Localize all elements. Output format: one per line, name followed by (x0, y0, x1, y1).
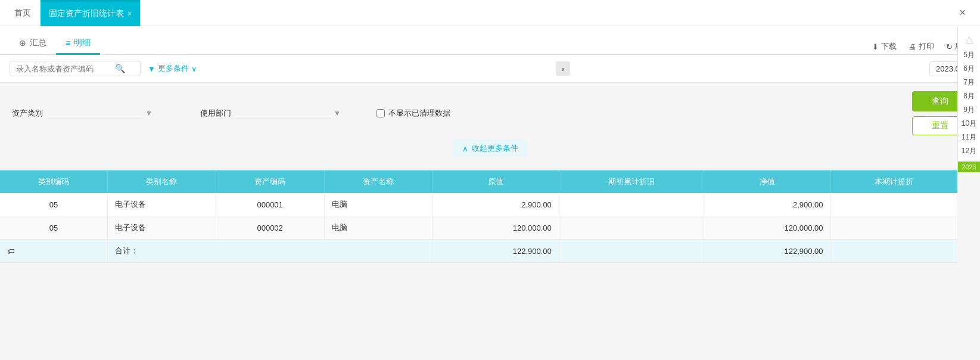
chevron-down-icon: ∨ (191, 64, 197, 73)
sub-tabs-bar: ⊕ 汇总 ≡ 明细 ⬇ 下载 🖨 打印 ↻ 刷新 (0, 26, 980, 55)
exclude-cleared-label: 不显示已清理数据 (388, 108, 450, 119)
sidebar-month-item[interactable]: 7月 (959, 76, 979, 89)
sidebar-month-item[interactable]: 11月 (959, 131, 979, 144)
download-icon: ⬇ (872, 42, 879, 51)
exclude-cleared-checkbox[interactable] (377, 109, 385, 117)
col-accumulated-depreciation: 期初累计折旧 (559, 170, 704, 193)
cell-asset-code: 000001 (216, 193, 324, 216)
total-original: 122,900.00 (433, 240, 559, 263)
search-input-wrap: 🔍 (10, 61, 141, 76)
search-icon: 🔍 (115, 64, 125, 73)
department-label: 使用部门 (200, 108, 231, 119)
sidebar-month-item[interactable]: 9月 (959, 103, 979, 117)
col-category-name: 类别名称 (108, 170, 216, 193)
filter-icon: ▼ (148, 64, 155, 73)
asset-category-label: 资产类别 (12, 108, 43, 119)
sidebar-month-item[interactable]: 12月 (959, 144, 979, 158)
active-tab[interactable]: 固定资产折旧统计表 × (41, 0, 140, 26)
cell-original-value: 120,000.00 (433, 216, 559, 240)
col-current-period: 本期计提折 (830, 170, 957, 193)
print-icon: 🖨 (909, 42, 916, 51)
cell-accumulated (559, 193, 704, 216)
table-header-row: 类别编码 类别名称 资产编码 资产名称 原值 期初累计折旧 净值 本期计提折 (0, 170, 957, 193)
total-icon: 🏷 (0, 240, 108, 263)
detail-icon: ≡ (66, 38, 70, 48)
right-sidebar: △ 5月6月7月8月9月10月11月12月 2023 (957, 26, 980, 172)
asset-category-dropdown-icon[interactable]: ▼ (145, 109, 153, 117)
cell-category-code: 05 (0, 216, 108, 240)
tab-detail[interactable]: ≡ 明细 (56, 33, 100, 55)
download-label: 下载 (881, 41, 897, 52)
cell-net-value: 120,000.00 (704, 216, 830, 240)
sidebar-month-item[interactable]: 10月 (959, 117, 979, 131)
asset-category-field: 资产类别 ▼ (12, 107, 153, 119)
data-table: 类别编码 类别名称 资产编码 资产名称 原值 期初累计折旧 净值 本期计提折 0… (0, 170, 957, 263)
exclude-cleared-wrap: 不显示已清理数据 (377, 108, 450, 119)
tab-summary[interactable]: ⊕ 汇总 (10, 33, 56, 55)
collapse-button[interactable]: ∧ 收起更多条件 (12, 140, 968, 157)
cell-asset-code: 000002 (216, 216, 324, 240)
cell-category-name: 电子设备 (108, 216, 216, 240)
department-dropdown-icon[interactable]: ▼ (334, 109, 341, 117)
total-row: 🏷 合计： 122,900.00 122,900.00 (0, 240, 957, 263)
col-category-code: 类别编码 (0, 170, 108, 193)
search-bar: 🔍 ▼ 更多条件 ∨ › 2023.01 (0, 55, 980, 83)
col-net-value: 净值 (704, 170, 830, 193)
refresh-icon: ↻ (946, 42, 953, 51)
department-input[interactable] (236, 107, 331, 119)
total-current (830, 240, 957, 263)
cell-net-value: 2,900.00 (704, 193, 830, 216)
close-window-icon[interactable]: × (954, 4, 970, 21)
asset-category-input[interactable] (48, 107, 143, 119)
toolbar-right: ⬇ 下载 🖨 打印 ↻ 刷新 (872, 41, 970, 54)
scroll-up-icon[interactable]: △ (963, 31, 975, 47)
data-table-wrap: 类别编码 类别名称 资产编码 资产名称 原值 期初累计折旧 净值 本期计提折 0… (0, 170, 957, 263)
search-input[interactable] (16, 64, 111, 73)
total-net-value: 122,900.00 (704, 240, 830, 263)
tab-detail-label: 明细 (74, 38, 91, 48)
total-accumulated (559, 240, 704, 263)
cell-accumulated (559, 216, 704, 240)
sidebar-month-item[interactable]: 5月 (959, 48, 979, 62)
total-label: 合计： (108, 240, 433, 263)
print-button[interactable]: 🖨 打印 (909, 41, 934, 52)
print-label: 打印 (919, 41, 934, 52)
cell-category-code: 05 (0, 193, 108, 216)
date-nav-arrow[interactable]: › (556, 61, 570, 76)
department-field: 使用部门 ▼ (200, 107, 341, 119)
collapse-up-icon: ∧ (462, 144, 468, 153)
filter-area: 资产类别 ▼ 使用部门 ▼ 不显示已清理数据 查询 重置 ∧ 收起更多条件 (0, 83, 980, 170)
cell-current-period (830, 216, 957, 240)
sidebar-month-item[interactable]: 8月 (959, 89, 979, 103)
cell-current-period (830, 193, 957, 216)
tab-summary-label: 汇总 (30, 38, 46, 48)
home-nav-item[interactable]: 首页 (10, 5, 36, 21)
tab-label: 固定资产折旧统计表 (49, 8, 124, 19)
col-asset-name: 资产名称 (324, 170, 433, 193)
more-conditions-button[interactable]: ▼ 更多条件 ∨ (148, 63, 197, 74)
table-row: 05 电子设备 000001 电脑 2,900.00 2,900.00 (0, 193, 957, 216)
tab-close-icon[interactable]: × (127, 10, 132, 18)
collapse-label: 收起更多条件 (472, 143, 518, 154)
table-row: 05 电子设备 000002 电脑 120,000.00 120,000.00 (0, 216, 957, 240)
summary-icon: ⊕ (19, 38, 26, 48)
cell-asset-name: 电脑 (324, 193, 433, 216)
more-conditions-label: 更多条件 (158, 63, 189, 74)
top-nav: 首页 固定资产折旧统计表 × × (0, 0, 980, 26)
filter-row: 资产类别 ▼ 使用部门 ▼ 不显示已清理数据 查询 重置 (12, 91, 968, 135)
col-original-value: 原值 (433, 170, 559, 193)
col-asset-code: 资产编码 (216, 170, 324, 193)
download-button[interactable]: ⬇ 下载 (872, 41, 897, 52)
sidebar-month-item[interactable]: 6月 (959, 62, 979, 76)
year-badge: 2023 (958, 162, 980, 172)
cell-category-name: 电子设备 (108, 193, 216, 216)
cell-original-value: 2,900.00 (433, 193, 559, 216)
cell-asset-name: 电脑 (324, 216, 433, 240)
